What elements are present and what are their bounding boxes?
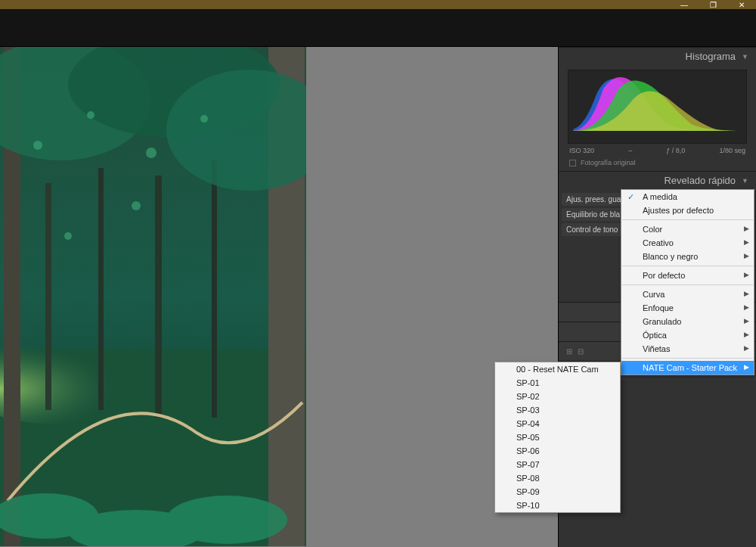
menu-item-creativo[interactable]: Creativo▶ <box>621 236 754 250</box>
menu-item-por-defecto[interactable]: Por defecto▶ <box>621 269 754 282</box>
submenu-arrow-icon: ▶ <box>744 317 749 325</box>
menu-label: SP-05 <box>516 433 540 442</box>
svg-rect-3 <box>45 183 51 410</box>
window-close-button[interactable]: ✕ <box>727 0 756 9</box>
app-header <box>0 9 756 47</box>
aperture-label: ƒ / 8,0 <box>666 147 685 154</box>
quick-develop-header[interactable]: Revelado rápido ▼ <box>559 172 756 189</box>
canvas-area[interactable] <box>0 47 558 547</box>
submenu-item-sp04[interactable]: SP-04 <box>495 417 620 430</box>
menu-item-enfoque[interactable]: Enfoque▶ <box>621 301 754 315</box>
iso-label: ISO 320 <box>569 147 594 154</box>
submenu-item-reset[interactable]: 00 - Reset NATE Cam <box>495 362 620 376</box>
submenu-item-sp02[interactable]: SP-02 <box>495 390 620 403</box>
svg-point-20 <box>132 201 141 210</box>
menu-label: Óptica <box>643 331 667 340</box>
menu-item-curva[interactable]: Curva▶ <box>621 287 754 301</box>
menu-item-vinetas[interactable]: Viñetas▶ <box>621 342 754 356</box>
submenu-arrow-icon: ▶ <box>744 238 749 246</box>
collapse-icon: ▼ <box>742 53 748 61</box>
menu-label: SP-04 <box>516 419 540 428</box>
histogram-chart[interactable] <box>568 70 747 144</box>
menu-label: SP-07 <box>516 460 540 469</box>
menu-label: SP-09 <box>516 487 540 496</box>
menu-item-granulado[interactable]: Granulado▶ <box>621 315 754 328</box>
menu-label: SP-01 <box>516 378 540 387</box>
preset-menu: ✓ A medida Ajustes por defecto Color▶ Cr… <box>621 189 754 375</box>
submenu-arrow-icon: ▶ <box>744 290 749 297</box>
collapse-icon: ▼ <box>742 177 748 185</box>
submenu-arrow-icon: ▶ <box>744 344 749 352</box>
menu-item-optica[interactable]: Óptica▶ <box>621 328 754 342</box>
shutter-label: 1/80 seg <box>719 147 745 154</box>
original-label: Fotografía original <box>581 159 636 166</box>
menu-label: SP-02 <box>516 392 540 401</box>
window-maximize-button[interactable]: ❐ <box>699 0 727 9</box>
window-minimize-button[interactable]: — <box>670 0 699 9</box>
menu-label: SP-08 <box>516 474 540 483</box>
submenu-item-sp05[interactable]: SP-05 <box>495 430 620 444</box>
svg-point-18 <box>146 148 156 158</box>
window-titlebar: — ❐ ✕ <box>0 0 756 9</box>
menu-item-a-medida[interactable]: ✓ A medida <box>621 190 754 204</box>
menu-label: Creativo <box>643 238 674 247</box>
original-checkbox[interactable] <box>569 160 576 166</box>
svg-point-19 <box>200 115 208 123</box>
submenu-item-sp06[interactable]: SP-06 <box>495 444 620 458</box>
submenu-item-sp07[interactable]: SP-07 <box>495 458 620 471</box>
menu-label: NATE Cam - Starter Pack <box>643 363 737 372</box>
histogram-panel: Histograma ▼ ISO 320 – ƒ / 8,0 1/80 seg <box>559 47 756 171</box>
original-photo-row: Fotografía original <box>559 157 756 171</box>
submenu-arrow-icon: ▶ <box>744 331 749 338</box>
check-icon: ✓ <box>627 192 634 202</box>
svg-rect-4 <box>98 168 104 410</box>
svg-point-16 <box>33 141 42 150</box>
quick-develop-title: Revelado rápido <box>664 175 736 186</box>
metadata-symbols: ⊞ ⊟ <box>566 347 585 356</box>
submenu-arrow-icon: ▶ <box>744 225 749 232</box>
submenu-arrow-icon: ▶ <box>744 303 749 311</box>
menu-label: Por defecto <box>643 271 685 280</box>
menu-separator <box>622 284 753 285</box>
svg-point-17 <box>87 111 94 119</box>
menu-item-defaults[interactable]: Ajustes por defecto <box>621 204 754 217</box>
menu-label: Color <box>643 225 662 234</box>
submenu-item-sp09[interactable]: SP-09 <box>495 485 620 499</box>
submenu-item-sp01[interactable]: SP-01 <box>495 376 620 390</box>
svg-point-15 <box>166 496 287 544</box>
menu-label: Viñetas <box>643 344 671 353</box>
histogram-title: Histograma <box>686 51 736 62</box>
svg-point-21 <box>64 232 72 240</box>
menu-item-bw[interactable]: Blanco y negro▶ <box>621 250 754 263</box>
preview-image <box>0 47 306 546</box>
menu-label: SP-10 <box>516 501 540 510</box>
submenu-arrow-icon: ▶ <box>744 271 749 278</box>
menu-label: Ajustes por defecto <box>643 206 714 215</box>
menu-label: Blanco y negro <box>643 252 698 261</box>
menu-separator <box>622 358 753 359</box>
submenu-arrow-icon: ▶ <box>744 252 749 260</box>
menu-label: A medida <box>643 192 677 201</box>
preset-submenu: 00 - Reset NATE Cam SP-01 SP-02 SP-03 SP… <box>494 362 621 513</box>
menu-label: 00 - Reset NATE Cam <box>516 365 599 374</box>
svg-rect-5 <box>155 176 162 418</box>
submenu-item-sp10[interactable]: SP-10 <box>495 499 620 512</box>
menu-label: Curva <box>643 290 665 299</box>
menu-separator <box>622 219 753 220</box>
menu-item-color[interactable]: Color▶ <box>621 222 754 236</box>
submenu-arrow-icon: ▶ <box>744 363 749 371</box>
focal-dash: – <box>628 147 632 154</box>
histogram-meta: ISO 320 – ƒ / 8,0 1/80 seg <box>559 147 756 157</box>
menu-label: SP-03 <box>516 406 540 415</box>
svg-rect-6 <box>212 160 217 418</box>
histogram-header[interactable]: Histograma ▼ <box>559 48 756 65</box>
submenu-item-sp08[interactable]: SP-08 <box>495 471 620 485</box>
menu-separator <box>622 266 753 266</box>
menu-item-nate-cam[interactable]: NATE Cam - Starter Pack▶ <box>621 361 754 375</box>
menu-label: Enfoque <box>643 303 674 312</box>
submenu-item-sp03[interactable]: SP-03 <box>495 403 620 417</box>
menu-label: Granulado <box>643 317 681 326</box>
menu-label: SP-06 <box>516 446 540 455</box>
